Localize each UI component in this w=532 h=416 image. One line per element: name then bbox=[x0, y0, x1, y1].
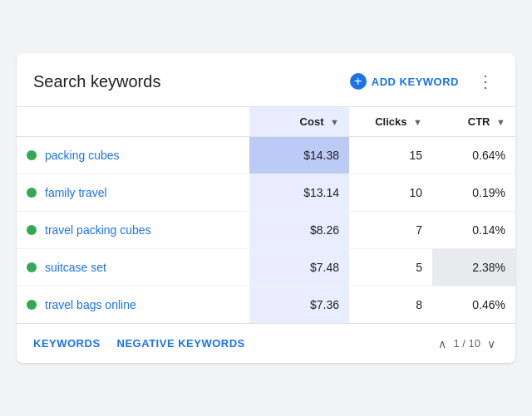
ctr-cell: 0.64% bbox=[432, 137, 515, 174]
keyword-cell: packing cubes bbox=[17, 137, 249, 174]
clicks-cell: 5 bbox=[349, 249, 432, 286]
keyword-link[interactable]: travel bags online bbox=[45, 298, 136, 311]
table-row: packing cubes $14.38150.64% bbox=[17, 137, 515, 174]
keywords-table: Cost ▼ Clicks ▼ CTR ▼ packing cubes $14.… bbox=[17, 106, 515, 323]
clicks-cell: 10 bbox=[349, 174, 432, 212]
col-ctr[interactable]: CTR ▼ bbox=[432, 107, 515, 137]
card-footer: KEYWORDS NEGATIVE KEYWORDS ∧ 1 / 10 ∨ bbox=[17, 323, 515, 363]
pagination-down-button[interactable]: ∨ bbox=[484, 335, 499, 352]
col-cost[interactable]: Cost ▼ bbox=[249, 107, 349, 137]
status-dot bbox=[27, 188, 37, 198]
status-dot bbox=[27, 300, 37, 310]
col-clicks[interactable]: Clicks ▼ bbox=[349, 107, 432, 137]
card-header: Search keywords + ADD KEYWORD ⋮ bbox=[17, 53, 515, 106]
status-dot bbox=[27, 225, 37, 235]
keyword-cell: travel packing cubes bbox=[17, 212, 249, 249]
keyword-link[interactable]: travel packing cubes bbox=[45, 223, 151, 237]
cost-sort-arrow: ▼ bbox=[330, 117, 339, 127]
pagination-current: 1 / 10 bbox=[453, 337, 480, 350]
clicks-sort-arrow: ▼ bbox=[413, 117, 422, 127]
search-keywords-card: Search keywords + ADD KEYWORD ⋮ Cost ▼ C… bbox=[17, 53, 515, 363]
pagination-up-button[interactable]: ∧ bbox=[435, 335, 450, 352]
clicks-cell: 7 bbox=[349, 212, 432, 249]
ctr-cell: 0.19% bbox=[432, 174, 515, 212]
ctr-sort-arrow: ▼ bbox=[496, 117, 505, 127]
clicks-cell: 15 bbox=[349, 137, 432, 174]
cost-cell: $8.26 bbox=[249, 212, 349, 249]
cost-cell: $7.36 bbox=[249, 286, 349, 324]
header-actions: + ADD KEYWORD ⋮ bbox=[345, 68, 499, 95]
keyword-link[interactable]: packing cubes bbox=[45, 149, 120, 162]
more-icon: ⋮ bbox=[477, 71, 494, 91]
keyword-cell: travel bags online bbox=[17, 286, 249, 324]
clicks-cell: 8 bbox=[349, 286, 432, 324]
footer-tabs: KEYWORDS NEGATIVE KEYWORDS bbox=[33, 334, 245, 353]
keyword-link[interactable]: family travel bbox=[45, 186, 107, 199]
cost-cell: $7.48 bbox=[249, 249, 349, 286]
pagination: ∧ 1 / 10 ∨ bbox=[435, 335, 499, 352]
add-keyword-label: ADD KEYWORD bbox=[372, 76, 459, 88]
ctr-label: CTR bbox=[468, 115, 490, 128]
cost-label: Cost bbox=[300, 115, 324, 128]
cost-cell: $14.38 bbox=[249, 137, 349, 174]
ctr-cell: 2.38% bbox=[432, 249, 515, 286]
table-row: travel bags online $7.3680.46% bbox=[17, 286, 515, 324]
card-title: Search keywords bbox=[33, 72, 160, 91]
col-keyword bbox=[17, 107, 249, 137]
keyword-cell: suitcase set bbox=[17, 249, 249, 286]
keyword-link[interactable]: suitcase set bbox=[45, 261, 106, 274]
table-row: family travel $13.14100.19% bbox=[17, 174, 515, 212]
status-dot bbox=[27, 262, 37, 272]
ctr-cell: 0.46% bbox=[432, 286, 515, 324]
add-keyword-button[interactable]: + ADD KEYWORD bbox=[345, 70, 464, 93]
table-header-row: Cost ▼ Clicks ▼ CTR ▼ bbox=[17, 107, 515, 137]
keywords-tab[interactable]: KEYWORDS bbox=[33, 334, 101, 353]
table-row: suitcase set $7.4852.38% bbox=[17, 249, 515, 286]
cost-cell: $13.14 bbox=[249, 174, 349, 212]
negative-keywords-tab[interactable]: NEGATIVE KEYWORDS bbox=[117, 334, 245, 353]
ctr-cell: 0.14% bbox=[432, 212, 515, 249]
keyword-cell: family travel bbox=[17, 174, 249, 212]
add-icon: + bbox=[350, 73, 367, 90]
more-options-button[interactable]: ⋮ bbox=[472, 68, 499, 95]
clicks-label: Clicks bbox=[375, 115, 406, 128]
status-dot bbox=[27, 150, 37, 160]
table-row: travel packing cubes $8.2670.14% bbox=[17, 212, 515, 249]
